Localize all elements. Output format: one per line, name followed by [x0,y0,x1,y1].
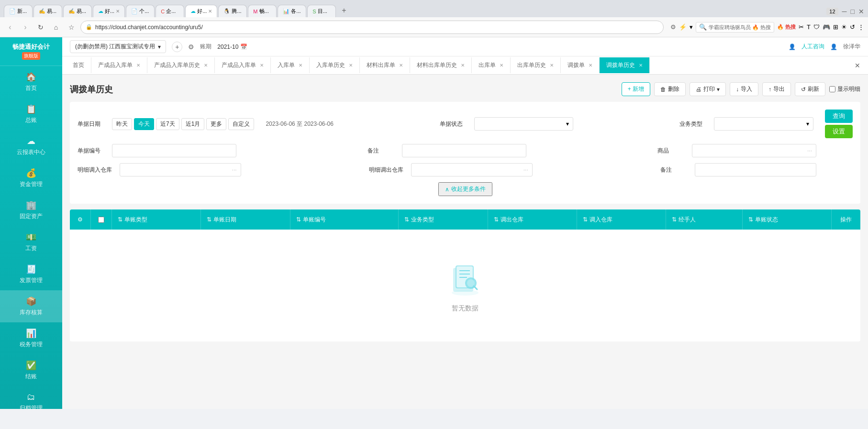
refresh-btn[interactable]: ↺ 刷新 [795,82,825,96]
remark2-input[interactable] [695,163,816,176]
th-doc-date[interactable]: ⇅ 单账日期 [201,209,290,230]
th-in-wh[interactable]: ⇅ 调入仓库 [577,209,666,230]
window-close[interactable]: ✕ [858,8,864,15]
goods-select[interactable]: ··· [692,144,816,157]
remark-input[interactable] [402,144,526,157]
page-tab-prod-in[interactable]: 产成品入库单 ✕ [91,57,147,73]
browser-tab[interactable]: 📄 新... [4,5,33,17]
filter-row-3: 明细调入仓库 ··· 明细调出仓库 ··· 备注 [78,163,853,176]
docno-input[interactable] [112,144,236,157]
sidebar-item-ledger[interactable]: 📋 总账 [0,98,62,130]
tab-close-icon[interactable]: ✕ [589,63,592,68]
custom-btn[interactable]: 自定义 [228,118,254,130]
tab-close-icon[interactable]: ✕ [399,63,403,68]
page-tab-in[interactable]: 入库单 ✕ [271,57,310,73]
more-btn[interactable]: 更多 [206,118,226,130]
new-tab-button[interactable]: + [337,4,351,17]
browser-tab[interactable]: ✍ 易... [63,5,92,17]
browser-tab[interactable]: M 畅... [248,5,277,17]
close-all-tabs-btn[interactable]: ✕ [851,62,864,69]
page-tab-prod-in-hist[interactable]: 产成品入库单历史 ✕ [147,57,215,73]
print-btn[interactable]: 🖨 打印 ▾ [690,82,726,96]
delete-btn[interactable]: 🗑 删除 [654,82,686,96]
today-btn[interactable]: 今天 [134,118,154,130]
display-detail-checkbox[interactable]: 显示明细 [829,85,860,93]
status-select[interactable]: ▾ [474,117,574,131]
page-tab-out-hist[interactable]: 出库单历史 ✕ [511,57,561,73]
page-tab-home[interactable]: 首页 [66,57,91,73]
browser-tab[interactable]: C 企... [156,5,184,17]
th-out-wh[interactable]: ⇅ 调出仓库 [488,209,577,230]
nav-forward[interactable]: › [19,21,32,33]
page-tab-out[interactable]: 出库单 ✕ [472,57,511,73]
th-settings[interactable]: ⚙ [70,209,91,230]
nav-refresh[interactable]: ↻ [34,21,47,33]
sidebar-item-home[interactable]: 🏠 首页 [0,66,62,98]
week-btn[interactable]: 近7天 [156,118,179,130]
window-minimize[interactable]: ─ [842,8,847,15]
tab-close[interactable]: ✕ [208,9,212,14]
company-settings-btn[interactable]: ⚙ [188,43,194,51]
tab-close-icon[interactable]: ✕ [204,63,208,68]
service-label[interactable]: 人工咨询 [801,43,824,51]
page-tab-transfer[interactable]: 调拨单 ✕ [561,57,600,73]
tab-close-icon[interactable]: ✕ [461,63,465,68]
browser-tab[interactable]: S 目... [307,5,336,17]
browser-tab[interactable]: 🐧 腾... [218,5,247,17]
browser-tab[interactable]: ✍ 易... [33,5,62,17]
sidebar-item-archive[interactable]: 🗂 归档管理 [0,386,62,409]
browser-tab[interactable]: 📊 各... [278,5,306,17]
month-btn[interactable]: 近1月 [181,118,205,130]
tab-close[interactable]: ✕ [116,9,120,14]
page-tab-mat-out[interactable]: 材料出库单 ✕ [360,57,410,73]
query-btn[interactable]: 查询 [825,110,853,123]
sidebar-item-payroll[interactable]: 💵 工资 [0,226,62,258]
nav-star[interactable]: ☆ [65,21,78,33]
browser-tab-active[interactable]: ☁ 好... ✕ [185,5,217,17]
th-checkbox[interactable] [91,209,112,230]
window-maximize[interactable]: □ [851,8,855,15]
tab-close-icon[interactable]: ✕ [639,63,643,68]
tab-close-icon[interactable]: ✕ [550,63,554,68]
yesterday-btn[interactable]: 昨天 [112,118,132,130]
sidebar-item-tax[interactable]: 📊 税务管理 [0,322,62,354]
tab-close-icon[interactable]: ✕ [500,63,503,68]
th-doc-type[interactable]: ⇅ 单账类型 [112,209,201,230]
sidebar-item-inventory[interactable]: 📦 库存核算 [0,290,62,322]
export-btn[interactable]: ↑ 导出 [762,82,791,96]
sidebar-item-assets[interactable]: 🏢 固定资产 [0,194,62,226]
biz-type-select[interactable]: ▾ [714,117,813,131]
page-tab-mat-out-hist[interactable]: 材料出库单历史 ✕ [410,57,472,73]
browser-tab[interactable]: 📄 个... [126,5,155,17]
address-bar[interactable] [95,24,658,31]
company-selector[interactable]: (勿删勿禁用) 江西服宝测试专用 ▾ [70,40,166,53]
sidebar-item-funds[interactable]: 💰 资金管理 [0,162,62,194]
nav-back[interactable]: ‹ [4,21,16,33]
sidebar-item-reports[interactable]: ☁ 云报表中心 [0,130,62,162]
tab-close-icon[interactable]: ✕ [136,63,140,68]
display-detail-input[interactable] [829,86,835,92]
add-company-btn[interactable]: + [172,42,182,52]
th-biz-type[interactable]: ⇅ 业务类型 [399,209,488,230]
select-all-checkbox[interactable] [98,217,104,223]
collapse-btn[interactable]: ∧ 收起更多条件 [438,182,492,196]
settings-filter-btn[interactable]: 设置 [825,125,853,138]
nav-home[interactable]: ⌂ [50,21,62,33]
page-tab-prod-in2[interactable]: 产成品入库单 ✕ [215,57,271,73]
out-wh-input[interactable]: ··· [411,163,533,176]
new-btn[interactable]: + 新增 [622,82,650,96]
page-tab-transfer-hist[interactable]: 调拨单历史 ✕ [600,57,650,73]
page-tab-in-hist[interactable]: 入库单历史 ✕ [310,57,360,73]
import-btn[interactable]: ↓ 导入 [730,82,758,96]
tab-close-icon[interactable]: ✕ [299,63,302,68]
th-doc-status[interactable]: ⇅ 单账状态 [743,209,832,230]
th-handler[interactable]: ⇅ 经手人 [666,209,742,230]
in-wh-input[interactable]: ··· [120,163,241,176]
sidebar-item-invoice[interactable]: 🧾 发票管理 [0,258,62,290]
tab-close-icon[interactable]: ✕ [260,63,264,68]
th-doc-no[interactable]: ⇅ 单账编号 [290,209,399,230]
period-value[interactable]: 2021-10 📅 [217,44,247,50]
sidebar-item-close[interactable]: ✅ 结账 [0,354,62,386]
browser-tab[interactable]: ☁ 好... ✕ [93,5,125,17]
tab-close-icon[interactable]: ✕ [349,63,353,68]
